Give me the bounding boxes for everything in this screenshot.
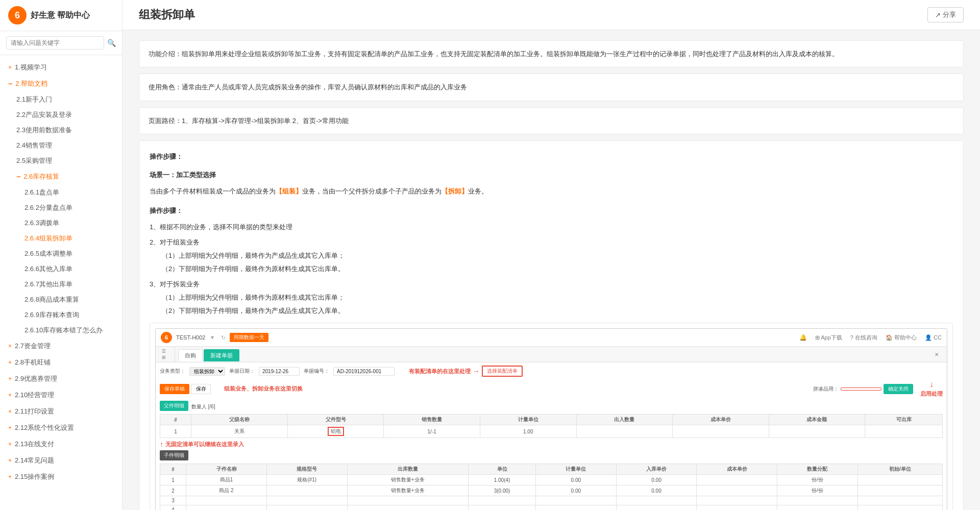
share-button[interactable]: ↗ 分享 xyxy=(927,7,964,22)
fake-company: TEST-H002 xyxy=(176,334,205,341)
search-button[interactable]: 🔍 xyxy=(107,39,116,47)
fake-sub-col-out-qty: 出库数量 xyxy=(347,464,469,475)
fake-help-icon: ? 在线咨询 xyxy=(850,334,877,342)
fake-sub-col-name: 子件名称 xyxy=(186,464,267,475)
sidebar-item-2-9[interactable]: + 2.9优惠券管理 xyxy=(0,371,122,387)
sidebar-item-2-12[interactable]: + 2.12系统个性化设置 xyxy=(0,420,122,436)
sidebar-item-2-15[interactable]: + 2.15操作案例 xyxy=(0,469,122,485)
annotation4-text: 无固定清单可以继续在这里录入 xyxy=(165,441,244,448)
fake-sub-col-unit2: 计量单位 xyxy=(536,464,617,475)
fake-parent-section: 父件明细 xyxy=(160,401,188,411)
fake-sub-col-cost-price: 成本单价 xyxy=(697,464,777,475)
nav-list: + 1.视频学习 − 2.帮助文档 2.1新手入门 2.2产品安装及登录 2.3… xyxy=(0,55,122,510)
sidebar-item-2-2[interactable]: 2.2产品安装及登录 xyxy=(0,107,122,123)
fake-sub-cell-2: 2 xyxy=(160,485,186,496)
step2-text: 2、对于组装业务 xyxy=(150,236,953,249)
sidebar-item-2-13-label: 2.13在线支付 xyxy=(15,440,54,449)
fake-sub-cell-init1 xyxy=(857,475,942,485)
sidebar-item-2-7-label: 2.7资金管理 xyxy=(15,342,51,351)
search-input[interactable] xyxy=(6,36,104,50)
sidebar-item-2-9-label: 2.9优惠券管理 xyxy=(15,374,57,383)
fake-sub-cell-cp1 xyxy=(697,475,777,485)
step-label: 操作步骤： xyxy=(150,207,183,214)
fake-pinpin-area: 拼凑品用： 确定关闭 xyxy=(813,384,913,394)
step3-text: 3、对于拆装业务 xyxy=(150,278,953,291)
plus-icon-2-15: + xyxy=(8,473,12,480)
sidebar-item-2-5[interactable]: 2.5采购管理 xyxy=(0,153,122,168)
sidebar-item-2-6-1[interactable]: 2.6.1盘点单 xyxy=(0,185,122,200)
fake-cell-sales: 1/-1 xyxy=(384,425,480,438)
fake-tabs-row: 保存草稿 保存 xyxy=(160,384,211,394)
fake-screen: 6 TEST-H002 ▼ ↻ 同期数据一天 🔔 ⊞ App下载 ? 在线咨询 … xyxy=(155,328,947,510)
fake-dropdown-icon: ▼ xyxy=(209,334,215,341)
fake-sub-cell-name1: 商品1 xyxy=(186,475,267,485)
minus-icon-2-6: − xyxy=(16,173,20,181)
fake-sub-cell-outqty1: 销售数量+业务 xyxy=(347,475,469,485)
sidebar-item-2-6-2[interactable]: 2.6.2分量盘点单 xyxy=(0,200,122,215)
fake-biztype-label: 业务类型： xyxy=(160,368,185,375)
fake-sub-table: # 子件名称 规格型号 出库数量 单位 计量单位 入库单价 成本单价 数量分配 xyxy=(160,464,943,510)
fake-home-icon: 🏠 帮助中心 xyxy=(886,334,917,342)
fake-pinpin-input xyxy=(841,387,881,391)
sidebar-item-2-6-8[interactable]: 2.6.8商品成本重算 xyxy=(0,292,122,307)
table-row: 1 商品1 规格(#1) 销售数量+业务 1.00(4) 0.00 0.00 份… xyxy=(160,475,943,485)
fake-sub-cell-u21: 3(0.00) xyxy=(469,485,536,496)
sidebar-item-2-11[interactable]: + 2.11打印设置 xyxy=(0,403,122,420)
sidebar-item-2-13[interactable]: + 2.13在线支付 xyxy=(0,436,122,452)
fake-biztype-select[interactable]: 组装拆卸 其他 xyxy=(189,367,225,376)
fake-col-io-qty: 出入数量 xyxy=(576,415,673,425)
fake-top-section-header: 父件明细 数量人 [/6] xyxy=(160,401,943,413)
fake-sub-cell-init2 xyxy=(857,485,942,496)
fake-num-label: 单据编号： xyxy=(304,368,329,375)
fake-sub-section-header: 子件明细 xyxy=(160,450,943,463)
sidebar-item-video[interactable]: + 1.视频学习 xyxy=(0,59,122,76)
sidebar-item-2-3[interactable]: 2.3使用前数据准备 xyxy=(0,123,122,138)
fake-save-draft-btn: 保存草稿 xyxy=(160,384,189,394)
fake-sub-cell-model2 xyxy=(266,485,347,496)
fake-tab-new: 新建单据 xyxy=(204,349,239,361)
sidebar-item-2-10[interactable]: + 2.10经营管理 xyxy=(0,387,122,403)
sidebar-item-2-14[interactable]: + 2.14常见问题 xyxy=(0,452,122,469)
sidebar-item-2-6-4[interactable]: 2.6.4组装拆卸单 xyxy=(0,231,122,246)
sidebar-item-2-6-6[interactable]: 2.6.6其他入库单 xyxy=(0,261,122,277)
sidebar-item-2-6-9[interactable]: 2.6.9库存账本查询 xyxy=(0,307,122,323)
sidebar-item-2-4[interactable]: 2.4销售管理 xyxy=(0,138,122,153)
fake-sub-cell-inp1: 0.00 xyxy=(616,475,697,485)
fake-cell-avail xyxy=(865,425,943,438)
sidebar-item-2-7[interactable]: + 2.7资金管理 xyxy=(0,338,122,354)
fake-appstore-icon: ⊞ App下载 xyxy=(815,334,842,342)
steps-block: 操作步骤： 场景一：加工类型选择 当由多个子件材料组装成一个成品的业务为【组装】… xyxy=(139,140,964,510)
fake-close-icon: ✕ xyxy=(930,350,943,359)
content-area: 功能介绍：组装拆卸单用来处理企业组装或拆卸等加工业务，支持有固定装配清单的产品加… xyxy=(122,30,980,510)
scene1-desc: 当由多个子件材料组装成一个成品的业务为【组装】业务，当由一个父件拆分成多个子产品… xyxy=(150,185,953,198)
arrow-icon4: ↑ xyxy=(160,440,163,448)
fake-col-sales-qty: 销售数量 xyxy=(384,415,480,425)
sidebar-item-docs[interactable]: − 2.帮助文档 xyxy=(0,76,122,92)
fake-col-cost-price: 成本单价 xyxy=(673,415,769,425)
role-text: 使用角色：通常由生产人员或库管人员完成拆装业务的操作，库管人员确认原材料的出库和… xyxy=(149,83,467,91)
fake-num-value: AD-201912026-001 xyxy=(333,367,395,376)
fake-annotation4-area: ↑ 无固定清单可以继续在这里录入 xyxy=(160,440,943,448)
sidebar-header: 6 好生意 帮助中心 xyxy=(0,0,122,31)
fake-sub-col-in-price: 入库单价 xyxy=(616,464,697,475)
search-box: 🔍 xyxy=(0,31,122,55)
fake-cell-parent-model: 铝电 xyxy=(287,425,384,438)
sidebar-item-2-6-3[interactable]: 2.6.3调拨单 xyxy=(0,215,122,231)
sidebar-item-2-6[interactable]: − 2.6库存核算 xyxy=(0,168,122,185)
sidebar-item-2-6-10[interactable]: 2.6.10库存账本错了怎么办 xyxy=(0,323,122,338)
page-title: 组装拆卸单 xyxy=(139,7,195,22)
sidebar-item-2-8[interactable]: + 2.8手机旺铺 xyxy=(0,354,122,371)
fake-sync-btn: 同期数据一天 xyxy=(230,333,268,342)
table-row: 3 xyxy=(160,496,943,505)
fake-logo: 6 xyxy=(161,332,172,343)
arrow-icon1: → xyxy=(473,367,480,375)
sidebar-item-2-6-5[interactable]: 2.6.5成本调整单 xyxy=(0,246,122,261)
sidebar-item-2-6-7[interactable]: 2.6.7其他出库单 xyxy=(0,277,122,292)
fake-sub-col-init: 初始/单位 xyxy=(857,464,942,475)
fake-nav-icon2: ⊞ xyxy=(162,355,173,360)
step3b-text: （2）下部明细为子件明细，最终作为产成品生成其它入库单。 xyxy=(150,304,953,318)
fake-nav-icon1: ☰ xyxy=(162,349,173,354)
step2b-text: （2）下部明细为子件明细，最终作为原材料生成其它出库单。 xyxy=(150,262,953,276)
app-name: 好生意 帮助中心 xyxy=(31,10,90,21)
sidebar-item-2-1[interactable]: 2.1新手入门 xyxy=(0,92,122,107)
